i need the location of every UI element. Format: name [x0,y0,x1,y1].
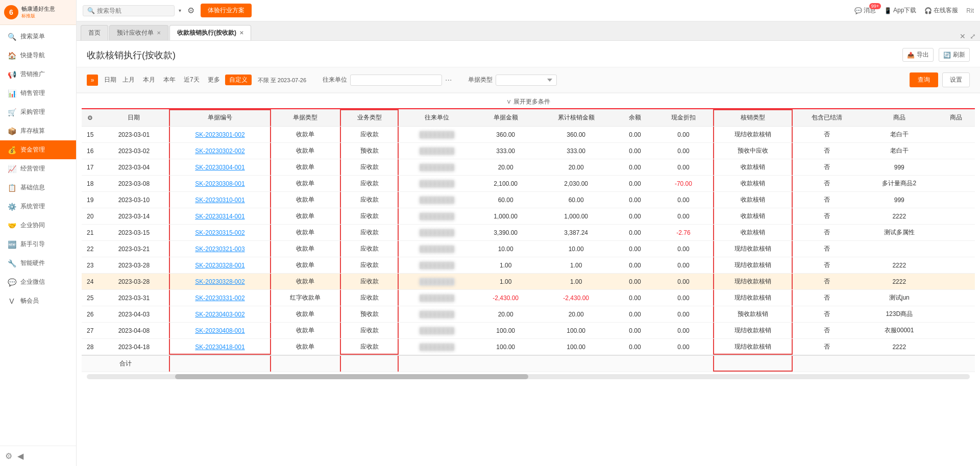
tab-receipt-exec-close[interactable]: ✕ [239,30,243,36]
messages-button[interactable]: 💬 消息 99+ [854,6,876,15]
row-writeoff-type: 收款核销 [713,192,793,208]
row-include-settled: 否 [793,176,862,192]
filter-partner-group: 往来单位 ··· [323,75,452,86]
row-bill-type: 收款单 [271,208,340,225]
bill-no-link[interactable]: SK-20230408-001 [195,327,244,334]
row-total-writeoff: 20.00 [536,306,616,323]
sidebar-item-search-menu[interactable]: 🔍搜索菜单 [0,27,76,46]
partner-more-btn[interactable]: ··· [445,76,452,85]
filter-toggle-button[interactable]: » [87,75,98,86]
col-gear[interactable]: ⚙ [82,109,99,127]
sidebar-item-enterprise[interactable]: 🤝企业协同 [0,216,76,235]
row-product: 多计量商品2 [862,176,937,192]
bill-no-link[interactable]: SK-20230302-002 [195,148,244,155]
settings-filter-button[interactable]: 设置 [942,72,970,87]
sidebar-item-purchase[interactable]: 🛒采购管理 [0,103,76,121]
tab-receipt-exec[interactable]: 收款核销执行(按收款) ✕ [169,25,251,40]
sidebar-icon-search-menu: 🔍 [7,33,16,41]
bill-no-link[interactable]: SK-20230418-001 [195,344,244,351]
row-product2 [937,290,975,306]
row-biz-type: 预收款 [340,306,399,323]
bill-no-link[interactable]: SK-20230403-002 [195,311,244,318]
last-7days-btn[interactable]: 近7天 [181,75,203,85]
scrollbar-thumb[interactable] [175,374,528,379]
row-cash-discount: 0.00 [654,306,713,323]
row-no: 17 [82,159,99,176]
voucher-type-select[interactable] [496,75,557,86]
sidebar-item-wechat[interactable]: 💬企业微信 [0,273,76,291]
row-amount: 1.00 [475,274,536,290]
settings-icon[interactable]: ⚙ [5,451,12,461]
row-amount: 1,000.00 [475,208,536,225]
more-date-btn[interactable]: 更多 [205,75,223,85]
sidebar-nav: 🔍搜索菜单🏠快捷导航📢营销推广📊销售管理🛒采购管理📦库存核算💰资金管理📈经营管理… [0,25,76,446]
collapse-icon[interactable]: ◀ [17,451,23,461]
tab-home[interactable]: 首页 [81,25,108,40]
filter-row: 日期 上月 本月 本年 近7天 更多 自定义 不限 至 2023-07-26 往… [104,72,970,87]
bill-no-link[interactable]: SK-20230328-002 [195,278,244,285]
bill-no-link[interactable]: SK-20230310-001 [195,197,244,204]
bill-no-link[interactable]: SK-20230301-002 [195,131,244,138]
bill-no-link[interactable]: SK-20230321-003 [195,246,244,253]
solution-button[interactable]: 体验行业方案 [201,4,252,17]
row-balance: 0.00 [616,339,654,356]
sidebar-item-marketing[interactable]: 📢营销推广 [0,65,76,84]
online-service-button[interactable]: 🎧 在线客服 [924,6,958,15]
sidebar-item-guide[interactable]: 🆕新手引导 [0,235,76,254]
bill-no-link[interactable]: SK-20230328-001 [195,262,244,269]
search-box[interactable]: 🔍 [83,5,175,16]
sidebar-item-member[interactable]: V畅会员 [0,291,76,310]
row-product: 999 [862,192,937,208]
refresh-button[interactable]: 🔄 刷新 [939,48,970,62]
last-month-btn[interactable]: 上月 [119,75,138,85]
sidebar-item-finance[interactable]: 💰资金管理 [0,140,76,159]
topbar-dropdown-icon[interactable]: ▾ [179,8,181,13]
row-amount: 1.00 [475,257,536,274]
row-total-writeoff: 1.00 [536,274,616,290]
tab-close-all-icon[interactable]: ✕ [960,32,966,40]
sidebar-item-quick-nav[interactable]: 🏠快捷导航 [0,46,76,65]
row-date: 2023-03-15 [99,225,169,241]
search-icon: 🔍 [87,7,95,14]
filter-action-buttons: 查询 设置 [910,72,970,87]
row-partner: ████████ [399,127,475,143]
bill-no-link[interactable]: SK-20230315-002 [195,229,244,236]
row-partner: ████████ [399,257,475,274]
sidebar-label-operation: 经营管理 [20,164,45,173]
row-product: 测试多属性 [862,225,937,241]
sidebar-item-basic[interactable]: 📋基础信息 [0,178,76,197]
sidebar-item-hardware[interactable]: 🔧智能硬件 [0,254,76,273]
sidebar-item-system[interactable]: ⚙️系统管理 [0,197,76,216]
row-balance: 0.00 [616,290,654,306]
sidebar-item-inventory[interactable]: 📦库存核算 [0,121,76,140]
tab-pre-receipt-close[interactable]: ✕ [157,30,161,36]
table-row: 22 2023-03-21 SK-20230321-003 收款单 应收款 ██… [82,241,975,257]
sidebar-item-sales[interactable]: 📊销售管理 [0,84,76,103]
row-date: 2023-03-08 [99,176,169,192]
row-cash-discount: 0.00 [654,290,713,306]
expand-more-btn[interactable]: ∨ 展开更多条件 [506,95,550,108]
bill-no-link[interactable]: SK-20230304-001 [195,164,244,171]
partner-input[interactable] [350,75,442,86]
this-month-btn[interactable]: 本月 [140,75,158,85]
tab-pre-receipt[interactable]: 预计应收付单 ✕ [109,25,168,40]
tab-expand-icon[interactable]: ⤢ [970,32,976,40]
row-no: 23 [82,257,99,274]
app-download-button[interactable]: 📱 App下载 [884,6,916,15]
export-button[interactable]: 📤 导出 [902,48,934,62]
row-partner: ████████ [399,306,475,323]
row-balance: 0.00 [616,143,654,159]
sidebar-item-operation[interactable]: 📈经营管理 [0,159,76,178]
horizontal-scrollbar[interactable] [87,374,970,379]
bill-no-link[interactable]: SK-20230314-001 [195,213,244,220]
table-row: 26 2023-04-03 SK-20230403-002 收款单 预收款 ██… [82,306,975,323]
row-cash-discount: 0.00 [654,339,713,356]
topbar-gear-icon[interactable]: ⚙ [187,6,194,15]
bill-no-link[interactable]: SK-20230331-002 [195,295,244,302]
custom-date-btn[interactable]: 自定义 [225,75,252,85]
bill-no-link[interactable]: SK-20230308-001 [195,180,244,187]
row-bill-no: SK-20230310-001 [169,192,271,208]
this-year-btn[interactable]: 本年 [160,75,179,85]
search-input[interactable] [97,7,163,14]
query-button[interactable]: 查询 [910,72,938,87]
